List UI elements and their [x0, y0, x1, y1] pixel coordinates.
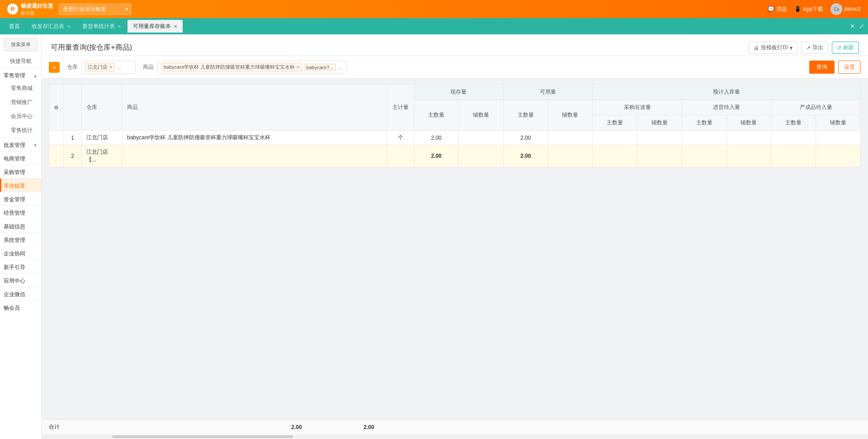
table-row: 1 江北门店 babycare学饮杯 儿童防摔防撞吸管杯重力球吸嘴杯宝宝水杯 个… — [49, 131, 861, 145]
template-print-btn[interactable]: 🖨 按模板打印 ▾ — [749, 42, 797, 54]
sidebar-section-wholesale: 批发管理 ▼ — [0, 137, 41, 151]
product-label: 商品 — [143, 63, 154, 71]
main-content: 可用量查询(按仓库+商品) 🖨 按模板打印 ▾ ↗ 导出 ↺ 刷新 » — [42, 34, 868, 439]
filter-expand-btn[interactable]: » — [49, 62, 60, 73]
tab-available-stock[interactable]: 可用量库存账本 ✕ — [127, 20, 183, 33]
sidebar-section-system-title[interactable]: 系统管理 — [0, 233, 41, 246]
row-pending-purchase-aux — [726, 131, 771, 145]
tab-close-order-stat[interactable]: ✕ — [118, 24, 121, 29]
subtotal-current-aux — [458, 145, 503, 167]
horizontal-scrollbar[interactable] — [112, 435, 293, 438]
row-purchase-transit-main — [593, 131, 637, 145]
scrollbar-area — [42, 434, 868, 439]
sidebar-section-wholesale-title[interactable]: 批发管理 ▼ — [0, 138, 41, 151]
tab-order-stat[interactable]: 要货单统计表 ✕ — [77, 20, 127, 33]
table-footer: 合计 2.00 2.00 — [42, 419, 868, 434]
warehouse-tag-remove[interactable]: ✕ — [109, 65, 113, 70]
sidebar-section-purchase: 采购管理 — [0, 165, 41, 178]
th-warehouse: 仓库 — [82, 85, 123, 131]
message-icon: 💬 — [768, 6, 774, 12]
tenant-selector[interactable]: 母婴行业演示账套 ▾ — [59, 4, 131, 15]
export-icon: ↗ — [806, 45, 811, 51]
warehouse-input[interactable]: 江北门店 ✕ … — [81, 61, 136, 74]
tab-home[interactable]: 首页 — [4, 20, 25, 33]
tab-close-available-stock[interactable]: ✕ — [174, 24, 177, 29]
subtotal-purchase-transit-aux — [637, 145, 682, 167]
row-product: babycare学饮杯 儿童防摔防撞吸管杯重力球吸嘴杯宝宝水杯 — [123, 131, 387, 145]
th-avail-aux: 辅数量 — [548, 100, 593, 131]
sidebar-section-apps-title[interactable]: 应用中心 — [0, 274, 41, 287]
product-input[interactable]: babycare学饮杯 儿童防摔防撞吸管杯重力球吸嘴杯宝宝水杯 ✕ babyca… — [157, 61, 347, 74]
subtotal-pending-aux — [726, 145, 771, 167]
export-btn[interactable]: ↗ 导出 — [801, 42, 828, 54]
sidebar-section-operation-title[interactable]: 经营管理 — [0, 206, 41, 219]
row-warehouse: 江北门店 — [82, 131, 123, 145]
logo-area: 好 畅捷通好生意 标准版 — [7, 2, 53, 16]
sidebar-item-retail-mall[interactable]: 零售商城 — [0, 81, 41, 95]
logo-text: 畅捷通好生意 标准版 — [21, 2, 53, 16]
subtotal-settings-cell — [49, 145, 64, 167]
wholesale-arrow-icon: ▼ — [33, 143, 38, 148]
subtotal-purchase-transit-main — [593, 145, 637, 167]
sidebar-section-basic-title[interactable]: 基础信息 — [0, 219, 41, 232]
product-more-btn[interactable]: … — [338, 64, 343, 71]
row-pending-purchase-main — [682, 131, 726, 145]
sidebar-section-retail-title[interactable]: 零售管理 ▲ — [0, 68, 41, 81]
th-planned-production: 产成品待入量 — [771, 100, 861, 115]
subtotal-warehouse: 江北门店【... — [82, 145, 123, 167]
th-available: 可用量 — [503, 85, 593, 100]
sidebar-section-stock: 库存核算 — [0, 178, 41, 192]
warehouse-more-btn[interactable]: … — [117, 64, 122, 71]
subtotal-unit — [387, 145, 414, 167]
refresh-icon: ↺ — [837, 45, 841, 51]
printer-icon: 🖨 — [754, 45, 759, 51]
sidebar-section-apps: 应用中心 — [0, 273, 41, 287]
sidebar-section-enterprise: 企业协同 — [0, 246, 41, 260]
sidebar-item-member[interactable]: 会员中心 — [0, 109, 41, 123]
sidebar-section-enterprise-title[interactable]: 企业协同 — [0, 246, 41, 260]
sidebar-quick-nav[interactable]: 快捷导航 — [0, 55, 41, 68]
search-menu-btn[interactable]: 搜索菜单 — [4, 38, 38, 51]
page-header: 可用量查询(按仓库+商品) 🖨 按模板打印 ▾ ↗ 导出 ↺ 刷新 — [42, 34, 868, 56]
tab-income-expense[interactable]: 收发存汇总表 ✕ — [26, 20, 76, 33]
app-download-btn[interactable]: 📱 App下载 — [794, 5, 823, 13]
sidebar-section-purchase-title[interactable]: 采购管理 — [0, 165, 41, 178]
sidebar-section-ecommerce-title[interactable]: 电商管理 — [0, 151, 41, 165]
sidebar-section-changhui-title[interactable]: 畅会员 — [0, 301, 41, 314]
row-unit: 个 — [387, 131, 414, 145]
th-settings[interactable]: ⚙ — [49, 85, 64, 131]
table-scroll: ⚙ 仓库 商品 主计量 现存量 可用量 预计入库量 主数量 辅数 — [49, 84, 861, 167]
top-bar: 好 畅捷通好生意 标准版 母婴行业演示账套 ▾ 💬 消息 📱 App下载 Ea … — [0, 0, 868, 18]
logo-icon: 好 — [7, 4, 18, 14]
th-purchase-transit-main: 主数量 — [593, 115, 637, 131]
sidebar-item-retail-stat[interactable]: 零售统计 — [0, 123, 41, 137]
nav-tabs: 首页 收发存汇总表 ✕ 要货单统计表 ✕ 可用量库存账本 ✕ ✕ ⤢ — [0, 18, 868, 34]
product-tag1-remove[interactable]: ✕ — [296, 65, 300, 70]
sidebar-section-newbie-title[interactable]: 新手引导 — [0, 260, 41, 273]
top-bar-left: 好 畅捷通好生意 标准版 母婴行业演示账套 ▾ — [7, 2, 131, 16]
user-menu[interactable]: Ea demo2 — [830, 3, 861, 15]
subtotal-index: 2 — [64, 145, 82, 167]
maximize-btn[interactable]: ⤢ — [859, 23, 864, 30]
subtotal-avail-main: 2.00 — [503, 145, 548, 167]
setting-btn[interactable]: 设置 — [838, 61, 861, 74]
subtotal-row: 2 江北门店【... 2.00 2.00 — [49, 145, 861, 167]
message-btn[interactable]: 💬 消息 — [768, 5, 787, 13]
th-pending-purchase-main: 主数量 — [682, 115, 726, 131]
sidebar: 搜索菜单 快捷导航 零售管理 ▲ 零售商城 营销推广 会员中心 零售统计 批发管… — [0, 34, 42, 439]
sidebar-section-finance-title[interactable]: 资金管理 — [0, 192, 41, 205]
sidebar-section-wechat-title[interactable]: 企业微信 — [0, 287, 41, 300]
sidebar-section-stock-title[interactable]: 库存核算 — [0, 179, 41, 192]
sidebar-item-marketing[interactable]: 营销推广 — [0, 95, 41, 109]
th-product: 商品 — [123, 85, 387, 131]
warehouse-label: 仓库 — [67, 63, 78, 71]
row-settings-cell — [49, 131, 64, 145]
tab-close-income-expense[interactable]: ✕ — [67, 24, 71, 29]
subtotal-current-main: 2.00 — [414, 145, 459, 167]
sidebar-section-wechat: 企业微信 — [0, 287, 41, 300]
query-btn[interactable]: 查询 — [809, 61, 835, 74]
th-current-stock: 现存量 — [414, 85, 504, 100]
refresh-btn[interactable]: ↺ 刷新 — [832, 42, 859, 54]
close-window-btn[interactable]: ✕ — [850, 23, 855, 30]
sidebar-section-operation: 经营管理 — [0, 205, 41, 219]
